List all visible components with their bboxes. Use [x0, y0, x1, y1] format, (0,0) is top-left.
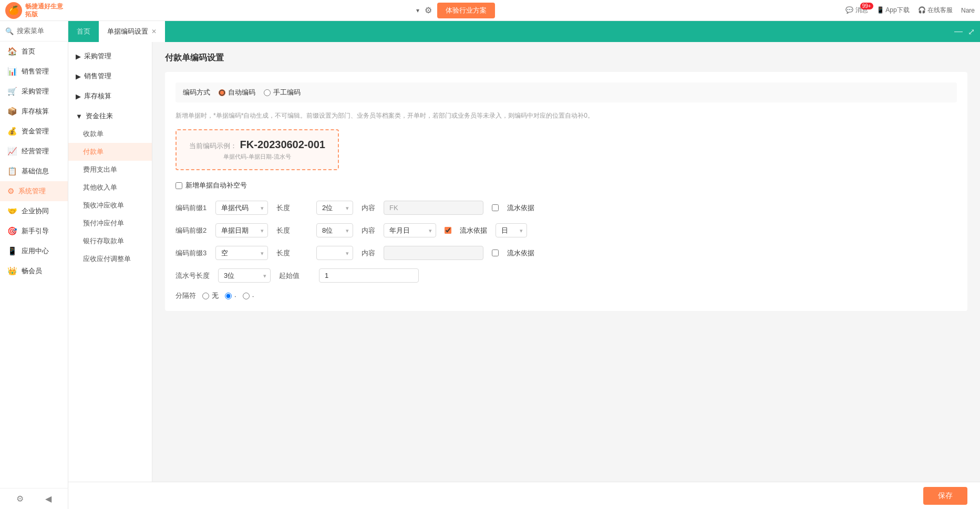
system-icon: ⚙	[7, 186, 14, 196]
sidebar-item-guide[interactable]: 🎯 新手引导	[0, 221, 68, 241]
auto-encoding-option[interactable]: 自动编码	[219, 88, 255, 97]
sales-icon: 📊	[7, 67, 17, 76]
flow3-label: 流水依据	[507, 248, 534, 258]
sub-sidebar-group-inventory: ▶ 库存核算	[68, 87, 152, 105]
length3-select-wrapper	[316, 246, 353, 260]
separator-none-option[interactable]: 无	[202, 291, 219, 300]
sub-sidebar-item-bank[interactable]: 银行存取款单	[68, 232, 152, 250]
manual-encoding-radio[interactable]	[264, 89, 271, 96]
sidebar-item-vip[interactable]: 👑 畅会员	[0, 261, 68, 281]
sub-sidebar-item-payment[interactable]: 付款单	[68, 143, 152, 161]
sidebar-item-app-center[interactable]: 📱 应用中心	[0, 241, 68, 261]
tab-nav-right: — ⤢	[954, 27, 980, 37]
separator-none-radio[interactable]	[202, 293, 209, 299]
save-button[interactable]: 保存	[923, 487, 967, 505]
flow2-unit-select[interactable]: 日	[496, 223, 527, 237]
tab-settings[interactable]: 单据编码设置 ✕	[99, 21, 165, 42]
user-info[interactable]: Nare	[961, 7, 975, 14]
prefix3-select[interactable]: 空	[215, 246, 268, 260]
sub-sidebar-item-receipt[interactable]: 收款单	[68, 125, 152, 143]
start-value-input[interactable]	[319, 268, 419, 283]
flow2-checkbox[interactable]	[445, 227, 451, 234]
flow1-checkbox[interactable]	[492, 204, 499, 211]
separator-dot-label: ·	[234, 292, 236, 300]
sidebar-search[interactable]: 🔍 搜索菜单	[0, 21, 68, 41]
maximize-button[interactable]: ⤢	[968, 27, 975, 37]
sidebar-item-label: 首页	[22, 47, 35, 56]
start-value-label: 起始值	[279, 271, 311, 281]
separator-dot2-radio[interactable]	[243, 293, 250, 299]
sidebar-settings-button[interactable]: ⚙	[16, 494, 24, 504]
sidebar-item-purchase[interactable]: 🛒 采购管理	[0, 81, 68, 101]
length2-select[interactable]: 8位	[316, 223, 353, 237]
message-badge[interactable]: 💬 消息 99+	[845, 6, 868, 15]
prefix1-select[interactable]: 单据代码	[215, 201, 268, 215]
user-name: Nare	[961, 7, 975, 14]
sidebar-item-inventory[interactable]: 📦 库存核算	[0, 101, 68, 121]
prefix2-select[interactable]: 单据日期	[215, 223, 268, 237]
sidebar-item-home[interactable]: 🏠 首页	[0, 41, 68, 61]
sidebar-item-system[interactable]: ⚙ 系统管理	[0, 181, 68, 201]
prefix2-label: 编码前缀2	[176, 226, 207, 235]
online-service-link[interactable]: 🎧 在线客服	[918, 6, 953, 15]
prefix-row-1: 编码前缀1 单据代码 长度 2位 内容 流水依据	[176, 201, 957, 215]
serial-row: 流水号长度 3位 起始值	[176, 268, 957, 283]
sidebar-item-sales[interactable]: 📊 销售管理	[0, 61, 68, 81]
auto-fill-checkbox[interactable]	[176, 182, 182, 189]
separator-dot2-label: ·	[252, 292, 254, 300]
arrow-right-icon: ▶	[76, 72, 81, 80]
encoding-method-row: 编码方式 自动编码 手工编码	[176, 82, 957, 102]
serial-length-select[interactable]: 3位	[218, 268, 271, 283]
sub-sidebar-item-adjust[interactable]: 应收应付调整单	[68, 250, 152, 268]
content1-input	[384, 201, 483, 215]
separator-dot-option[interactable]: ·	[225, 292, 236, 300]
separator-dot2-option[interactable]: ·	[243, 292, 254, 300]
sales-group-label: 销售管理	[84, 71, 111, 81]
sidebar-item-label: 库存核算	[22, 107, 49, 116]
sidebar-item-label: 基础信息	[22, 167, 49, 176]
tab-home[interactable]: 首页	[68, 21, 99, 42]
dropdown-button[interactable]: ▾	[414, 7, 419, 14]
chevron-down-icon: ▾	[416, 7, 419, 14]
home-tab-label: 首页	[77, 27, 90, 36]
separator-dot-radio[interactable]	[225, 293, 232, 299]
manual-encoding-option[interactable]: 手工编码	[264, 88, 301, 97]
arrow-right-icon: ▶	[76, 92, 81, 100]
sub-sidebar-item-prepay-receivable[interactable]: 预收冲应收单	[68, 196, 152, 214]
prefix3-label: 编码前缀3	[176, 248, 207, 258]
sidebar-item-operations[interactable]: 📈 经营管理	[0, 141, 68, 161]
sub-sidebar-capital-title[interactable]: ▼ 资金往来	[68, 107, 152, 125]
tab-close-icon[interactable]: ✕	[151, 28, 157, 35]
minimize-button[interactable]: —	[954, 27, 963, 36]
prefix-row-2: 编码前缀2 单据日期 长度 8位 内容 年月日	[176, 223, 957, 237]
separator-label: 分隔符	[176, 291, 196, 300]
inventory-icon: 📦	[7, 107, 17, 116]
sidebar-item-finance[interactable]: 💰 资金管理	[0, 121, 68, 141]
separator-radio-group: 无 · ·	[202, 291, 254, 300]
auto-fill-row: 新增单据自动补空号	[176, 181, 957, 190]
sidebar-item-cooperation[interactable]: 🤝 企业协同	[0, 201, 68, 221]
sidebar-item-basic-info[interactable]: 📋 基础信息	[0, 161, 68, 181]
tab-nav: 首页 单据编码设置 ✕ — ⤢	[68, 21, 980, 42]
sub-sidebar-item-other-income[interactable]: 其他收入单	[68, 179, 152, 196]
gear-button[interactable]: ⚙	[425, 5, 432, 15]
app-download-link[interactable]: 📱 App下载	[876, 6, 910, 15]
content2-select[interactable]: 年月日	[384, 223, 436, 237]
auto-encoding-radio[interactable]	[219, 89, 225, 96]
main-content: ▶ 采购管理 ▶ 销售管理 ▶ 库存核算 ▼ 资金往来 收款单 付款单 费用支出…	[68, 42, 980, 509]
sub-sidebar-sales-title[interactable]: ▶ 销售管理	[68, 67, 152, 85]
cooperation-icon: 🤝	[7, 206, 17, 216]
length3-select[interactable]	[316, 246, 353, 260]
sub-sidebar-item-expense[interactable]: 费用支出单	[68, 161, 152, 179]
sub-sidebar: ▶ 采购管理 ▶ 销售管理 ▶ 库存核算 ▼ 资金往来 收款单 付款单 费用支出…	[68, 42, 152, 509]
length1-select[interactable]: 2位	[316, 201, 353, 215]
sub-sidebar-inventory-title[interactable]: ▶ 库存核算	[68, 87, 152, 105]
trial-button[interactable]: 体验行业方案	[437, 3, 495, 18]
flow3-checkbox[interactable]	[492, 250, 499, 256]
auto-fill-label: 新增单据自动补空号	[185, 181, 247, 190]
search-icon: 🔍	[5, 27, 14, 35]
sidebar-collapse-button[interactable]: ◀	[45, 494, 51, 504]
home-icon: 🏠	[7, 47, 17, 56]
sub-sidebar-item-prepay-payable[interactable]: 预付冲应付单	[68, 214, 152, 232]
sub-sidebar-purchase-title[interactable]: ▶ 采购管理	[68, 47, 152, 65]
